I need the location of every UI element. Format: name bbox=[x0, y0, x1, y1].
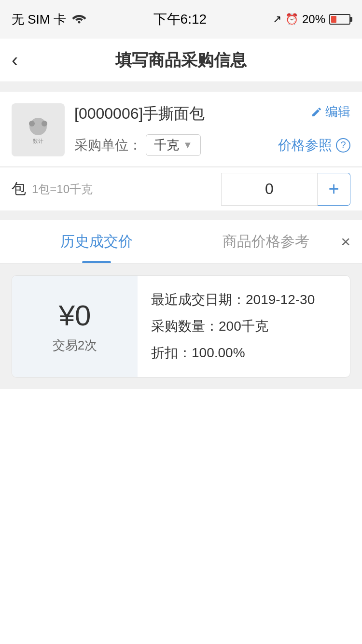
quantity-unit: 包 bbox=[12, 179, 26, 199]
quantity-row: 包 1包=10千克 + bbox=[0, 167, 362, 210]
quantity-row-detail: 采购数量：200千克 bbox=[151, 317, 336, 336]
product-image: 数计 bbox=[12, 103, 65, 156]
unit-select[interactable]: 千克 ▼ bbox=[146, 134, 201, 156]
tabs-bar: 历史成交价 商品价格参考 × bbox=[0, 220, 362, 264]
edit-button[interactable]: 编辑 bbox=[311, 103, 350, 120]
status-right: ↗ ⏰ 20% bbox=[273, 13, 350, 26]
product-card: 数计 [0000006]手撕面包 编辑 采购单位： 千克 ▼ 价格参照 ? bbox=[0, 92, 362, 166]
history-price-left: ¥0 交易2次 bbox=[12, 276, 138, 377]
price-ref-button[interactable]: 价格参照 ? bbox=[278, 136, 350, 154]
battery-icon bbox=[329, 14, 350, 25]
battery-percent: 20% bbox=[302, 13, 325, 26]
carrier-text: 无 SIM 卡 bbox=[12, 11, 66, 28]
svg-text:数计: 数计 bbox=[33, 138, 43, 144]
quantity-controls: + bbox=[221, 173, 350, 206]
bottom-area bbox=[0, 389, 362, 644]
nav-bar: ‹ 填写商品采购信息 bbox=[0, 39, 362, 82]
wifi-icon bbox=[71, 12, 87, 27]
quantity-unit-hint: 1包=10千克 bbox=[32, 182, 93, 197]
status-left: 无 SIM 卡 bbox=[12, 11, 87, 28]
history-price-value: ¥0 bbox=[59, 299, 91, 332]
history-price-right: 最近成交日期：2019-12-30 采购数量：200千克 折扣：100.00% bbox=[138, 276, 350, 377]
quantity-input[interactable] bbox=[221, 173, 318, 206]
page-title: 填写商品采购信息 bbox=[115, 49, 247, 71]
currency-symbol: ¥ bbox=[59, 299, 75, 332]
tab-history-price[interactable]: 历史成交价 bbox=[12, 220, 181, 263]
dropdown-arrow-icon: ▼ bbox=[183, 140, 193, 151]
back-button[interactable]: ‹ bbox=[12, 49, 18, 71]
discount-row: 折扣：100.00% bbox=[151, 343, 336, 362]
product-unit-row: 采购单位： 千克 ▼ 价格参照 ? bbox=[74, 134, 350, 156]
product-info: [0000006]手撕面包 编辑 采购单位： 千克 ▼ 价格参照 ? bbox=[74, 103, 350, 156]
status-time: 下午6:12 bbox=[153, 10, 207, 28]
product-name: [0000006]手撕面包 bbox=[74, 103, 205, 125]
trade-count: 交易2次 bbox=[53, 337, 97, 354]
svg-point-2 bbox=[29, 121, 35, 126]
status-bar: 无 SIM 卡 下午6:12 ↗ ⏰ 20% bbox=[0, 0, 362, 39]
svg-point-0 bbox=[78, 21, 80, 23]
help-icon: ? bbox=[336, 138, 350, 153]
history-card: ¥0 交易2次 最近成交日期：2019-12-30 采购数量：200千克 折扣：… bbox=[12, 275, 350, 378]
product-top-row: [0000006]手撕面包 编辑 bbox=[74, 103, 350, 125]
tab-product-price-ref[interactable]: 商品价格参考 bbox=[181, 220, 350, 263]
unit-label: 采购单位： bbox=[74, 136, 142, 154]
svg-point-3 bbox=[42, 121, 47, 126]
recent-date-row: 最近成交日期：2019-12-30 bbox=[151, 290, 336, 309]
close-button[interactable]: × bbox=[341, 232, 350, 251]
location-icon: ↗ bbox=[273, 13, 281, 26]
quantity-label: 包 1包=10千克 bbox=[12, 179, 93, 199]
unit-value: 千克 bbox=[154, 137, 179, 154]
svg-point-1 bbox=[29, 118, 47, 135]
alarm-icon: ⏰ bbox=[285, 13, 298, 26]
plus-button[interactable]: + bbox=[318, 173, 350, 206]
